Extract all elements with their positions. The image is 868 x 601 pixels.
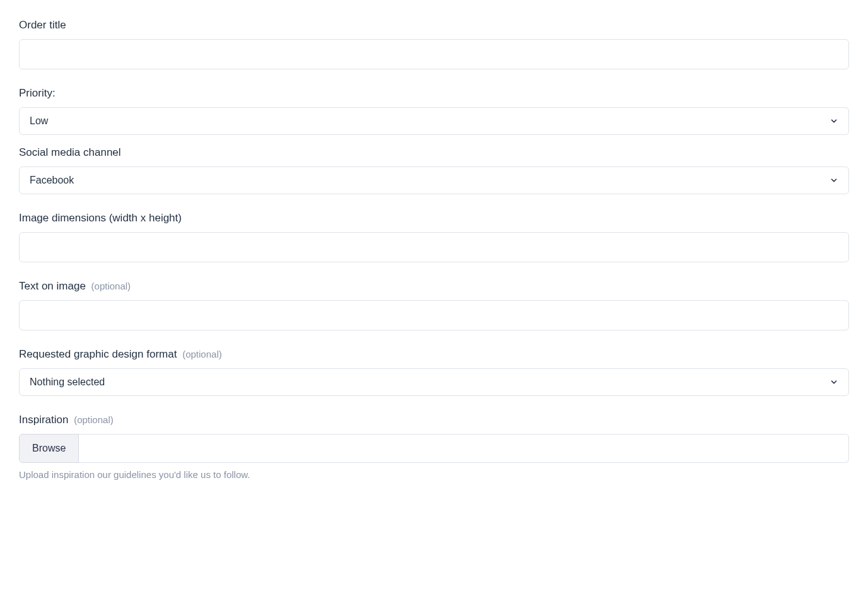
order-title-input[interactable]: [19, 39, 849, 69]
priority-selected-value: Low: [30, 115, 48, 127]
text-on-image-label: Text on image (optional): [19, 280, 849, 293]
image-dimensions-label: Image dimensions (width x height): [19, 212, 849, 225]
design-format-select[interactable]: Nothing selected: [19, 368, 849, 396]
inspiration-label-text: Inspiration: [19, 414, 68, 426]
order-title-label: Order title: [19, 19, 849, 32]
inspiration-label: Inspiration (optional): [19, 414, 849, 426]
priority-select[interactable]: Low: [19, 107, 849, 135]
inspiration-file-input[interactable]: [79, 434, 849, 463]
social-channel-select[interactable]: Facebook: [19, 166, 849, 194]
priority-label: Priority:: [19, 87, 849, 100]
browse-button[interactable]: Browse: [19, 434, 79, 463]
design-format-label: Requested graphic design format (optiona…: [19, 348, 849, 361]
optional-badge: (optional): [74, 414, 114, 425]
design-format-label-text: Requested graphic design format: [19, 348, 177, 360]
image-dimensions-input[interactable]: [19, 232, 849, 262]
priority-group: Priority: Low: [19, 87, 849, 135]
inspiration-helper-text: Upload inspiration our guidelines you'd …: [19, 469, 849, 480]
inspiration-group: Inspiration (optional) Browse Upload ins…: [19, 414, 849, 480]
image-dimensions-group: Image dimensions (width x height): [19, 212, 849, 262]
text-on-image-group: Text on image (optional): [19, 280, 849, 330]
social-channel-group: Social media channel Facebook: [19, 146, 849, 194]
design-format-group: Requested graphic design format (optiona…: [19, 348, 849, 396]
file-upload-row: Browse: [19, 434, 849, 463]
chevron-down-icon: [830, 176, 838, 185]
social-channel-label: Social media channel: [19, 146, 849, 159]
optional-badge: (optional): [91, 281, 131, 291]
text-on-image-input[interactable]: [19, 300, 849, 330]
social-channel-selected-value: Facebook: [30, 175, 74, 186]
optional-badge: (optional): [182, 349, 222, 359]
chevron-down-icon: [830, 378, 838, 387]
order-title-group: Order title: [19, 19, 849, 69]
text-on-image-label-text: Text on image: [19, 280, 86, 292]
design-format-selected-value: Nothing selected: [30, 376, 105, 388]
chevron-down-icon: [830, 117, 838, 125]
